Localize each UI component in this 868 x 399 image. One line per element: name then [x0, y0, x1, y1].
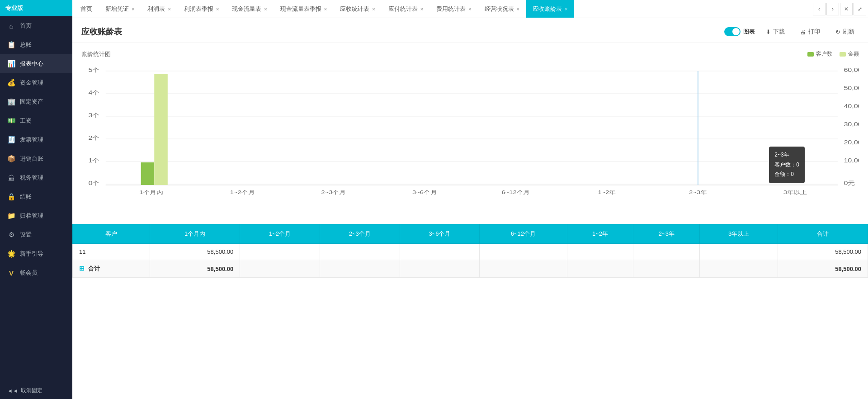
total-3-6m: [400, 260, 480, 278]
cell-3-6m: [400, 244, 480, 260]
unpin-button[interactable]: ◄◄ 取消固定: [0, 382, 72, 399]
sidebar-label-reports: 报表中心: [20, 60, 43, 68]
total-1-2y: [567, 260, 633, 278]
sidebar-item-inventory[interactable]: 📦 进销台账: [0, 149, 72, 168]
cell-total: 58,500.00: [778, 244, 868, 260]
print-button[interactable]: 🖨 打印: [796, 25, 825, 38]
sidebar-label-invoice: 发票管理: [20, 136, 43, 144]
svg-text:20,000.00元: 20,000.00元: [844, 139, 859, 146]
tab-ar-aging[interactable]: 应收账龄表 ×: [526, 0, 574, 18]
svg-text:3年以上: 3年以上: [783, 190, 807, 195]
chart-toggle[interactable]: 图表: [724, 27, 755, 36]
sidebar-item-closing[interactable]: 🔒 结账: [0, 187, 72, 206]
table-header-row: 客户 1个月内 1~2个月 2~3个月 3~6个月 6~12个月 1~2年 2~…: [73, 224, 868, 244]
svg-text:4个: 4个: [88, 90, 99, 96]
tab-ar-stats-close[interactable]: ×: [372, 6, 375, 12]
table-total-row: ⊞ 合计 58,500.00 58,500.00: [73, 260, 868, 278]
sidebar-item-assets[interactable]: 🏢 固定资产: [0, 92, 72, 111]
sidebar-label-tax: 税务管理: [20, 174, 43, 182]
tab-next-button[interactable]: ›: [826, 3, 839, 15]
sidebar-label-vip: 畅会员: [20, 269, 38, 277]
tab-navigation: ‹ › ✕ ⤢: [813, 3, 866, 15]
tab-maximize-button[interactable]: ⤢: [854, 3, 866, 15]
tab-expense-stats[interactable]: 费用统计表 ×: [430, 0, 478, 18]
sidebar-item-invoice[interactable]: 🧾 发票管理: [0, 130, 72, 149]
tab-ap-stats-close[interactable]: ×: [420, 6, 423, 12]
cell-2-3m: [320, 244, 400, 260]
tab-new-voucher-close[interactable]: ×: [132, 6, 134, 12]
sidebar-item-tax[interactable]: 🏛 税务管理: [0, 168, 72, 187]
sidebar: 专业版 ⌂ 首页 📋 总账 📊 报表中心 💰 资金管理 🏢 固定资产 💵 工资 …: [0, 0, 72, 399]
refresh-button[interactable]: ↻ 刷新: [831, 25, 859, 38]
sidebar-label-home: 首页: [20, 22, 32, 30]
refresh-icon: ↻: [835, 28, 840, 35]
tab-home[interactable]: 首页: [74, 0, 99, 18]
table-row: 11 58,500.00 58,500.00: [73, 244, 868, 260]
vip-icon: V: [7, 269, 15, 277]
sidebar-item-reports[interactable]: 📊 报表中心: [0, 54, 72, 73]
total-label-cell: ⊞ 合计: [73, 260, 150, 278]
chart-title: 账龄统计图: [81, 50, 859, 58]
print-icon: 🖨: [800, 28, 806, 35]
tab-cashflow-quarterly[interactable]: 现金流量表季报 ×: [274, 0, 334, 18]
col-1m: 1个月内: [150, 224, 240, 244]
sidebar-item-home[interactable]: ⌂ 首页: [0, 16, 72, 35]
guide-icon: 🌟: [7, 250, 15, 258]
tab-profit-label: 利润表: [147, 5, 165, 13]
sidebar-item-guide[interactable]: 🌟 新手引导: [0, 244, 72, 263]
sidebar-item-capital[interactable]: 💰 资金管理: [0, 73, 72, 92]
svg-text:2~3年: 2~3年: [689, 190, 707, 195]
tab-profit[interactable]: 利润表 ×: [141, 0, 177, 18]
sidebar-item-ledger[interactable]: 📋 总账: [0, 35, 72, 54]
chart-legend: 客户数 金额: [807, 50, 859, 58]
tab-new-voucher[interactable]: 新增凭证 ×: [99, 0, 141, 18]
tab-cashflow-quarterly-close[interactable]: ×: [324, 6, 327, 12]
main-content: 首页 新增凭证 × 利润表 × 利润表季报 × 现金流量表 × 现金流量表季报 …: [72, 0, 868, 399]
print-label: 打印: [808, 28, 820, 36]
data-table: 客户 1个月内 1~2个月 2~3个月 3~6个月 6~12个月 1~2年 2~…: [72, 224, 868, 278]
svg-text:2~3个月: 2~3个月: [321, 190, 346, 195]
legend-amount: 金额: [840, 50, 859, 58]
tab-ap-stats[interactable]: 应付统计表 ×: [382, 0, 430, 18]
svg-text:40,000.00元: 40,000.00元: [844, 103, 859, 109]
download-button[interactable]: ⬇ 下载: [761, 25, 789, 38]
sidebar-item-salary[interactable]: 💵 工资: [0, 111, 72, 130]
svg-text:50,000.00元: 50,000.00元: [844, 85, 859, 91]
svg-text:0个: 0个: [88, 180, 99, 186]
sidebar-item-archive[interactable]: 📁 归档管理: [0, 206, 72, 225]
tab-profit-close[interactable]: ×: [168, 6, 170, 12]
tab-profit-quarterly[interactable]: 利润表季报 ×: [178, 0, 226, 18]
tab-profit-quarterly-close[interactable]: ×: [216, 6, 219, 12]
sidebar-item-vip[interactable]: V 畅会员: [0, 263, 72, 282]
tab-close-all-button[interactable]: ✕: [840, 3, 853, 15]
tab-expense-stats-close[interactable]: ×: [468, 6, 471, 12]
unpin-label: 取消固定: [21, 387, 42, 394]
sidebar-label-settings: 设置: [20, 231, 32, 239]
sidebar-label-inventory: 进销台账: [20, 155, 43, 163]
chart-area: 账龄统计图 客户数 金额 5个 4个 3个 2个 1个: [72, 43, 868, 224]
cell-1-2y: [567, 244, 633, 260]
sidebar-item-settings[interactable]: ⚙ 设置: [0, 225, 72, 244]
tab-biz-status-close[interactable]: ×: [517, 6, 519, 12]
page-title: 应收账龄表: [81, 26, 724, 37]
sidebar-label-closing: 结账: [20, 193, 32, 201]
tab-prev-button[interactable]: ‹: [813, 3, 826, 15]
toggle-track[interactable]: [724, 27, 741, 36]
bar-count-1: [141, 162, 155, 185]
legend-amount-dot: [840, 52, 846, 57]
page-content: 应收账龄表 图表 ⬇ 下载 🖨 打印 ↻ 刷新: [72, 18, 868, 399]
total-6-12m: [480, 260, 567, 278]
tab-cashflow[interactable]: 现金流量表 ×: [226, 0, 274, 18]
sidebar-label-capital: 资金管理: [20, 79, 43, 87]
legend-count-label: 客户数: [816, 50, 832, 58]
total-1-2m: [240, 260, 320, 278]
tab-ar-stats[interactable]: 应收统计表 ×: [334, 0, 382, 18]
tab-biz-status[interactable]: 经营状况表 ×: [478, 0, 526, 18]
sidebar-label-assets: 固定资产: [20, 98, 43, 106]
tab-ar-aging-close[interactable]: ×: [565, 6, 567, 12]
tab-cashflow-close[interactable]: ×: [264, 6, 267, 12]
cell-customer: 11: [73, 244, 150, 260]
total-2-3m: [320, 260, 400, 278]
sidebar-label-archive: 归档管理: [20, 212, 43, 220]
tab-bar: 首页 新增凭证 × 利润表 × 利润表季报 × 现金流量表 × 现金流量表季报 …: [72, 0, 868, 18]
